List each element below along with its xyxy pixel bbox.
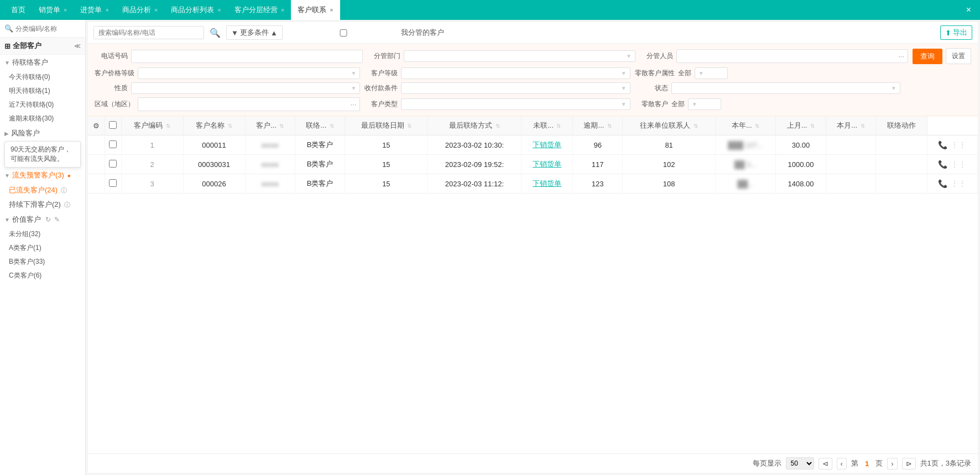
first-page-button[interactable]: ⊲ [819, 458, 832, 469]
risk-tooltip: 90天无交易的客户，可能有流失风险。 [4, 141, 81, 168]
row-checkbox-cell[interactable] [105, 135, 121, 155]
this-year-col-header[interactable]: 本年... ⇅ [715, 116, 775, 135]
row-settings[interactable] [88, 174, 105, 194]
nav-product-analysis[interactable]: 商品分析 × [116, 0, 164, 20]
nav-home[interactable]: 首页 [4, 0, 32, 20]
sidebar-item-churned[interactable]: 已流失客户(24) ⓘ [0, 183, 85, 197]
last-month-col-header[interactable]: 上月... ⇅ [776, 116, 826, 135]
sidebar-item-7days[interactable]: 近7天待联络(0) [0, 98, 85, 112]
sidebar-item-class-c[interactable]: C类客户(6) [0, 269, 85, 283]
customer-table: ⚙ 客户编码 ⇅ 客户名称 ⇅ 客户... ⇅ 联络... ⇅ 最后联络日期 ⇅… [88, 116, 978, 194]
phone-action-icon[interactable]: 📞 [938, 160, 947, 169]
nav-sales-order[interactable]: 销货单 × [32, 0, 74, 20]
row-checkbox-cell[interactable] [105, 174, 121, 194]
cust-type-select[interactable]: ▼ [401, 98, 630, 110]
sidebar-item-overdue[interactable]: 逾期未联络(30) [0, 112, 85, 126]
nav-customer-tier[interactable]: 客户分层经营 × [228, 0, 291, 20]
export-button[interactable]: ⬆ 导出 [940, 25, 972, 40]
sidebar-item-class-a[interactable]: A类客户(1) [0, 241, 85, 255]
more-action-icon[interactable]: ⋮⋮ [951, 160, 966, 169]
sidebar-group-churn-warning[interactable]: ▼ 流失预警客户(3) ● [0, 168, 85, 183]
this-month-col-header[interactable]: 本月... ⇅ [826, 116, 875, 135]
sidebar-all-customers-header[interactable]: ⊞ 全部客户 ≪ [0, 38, 85, 55]
row-checkbox-2[interactable] [109, 179, 117, 187]
last-page-button[interactable]: ⊳ [902, 458, 916, 469]
sidebar-group-risk[interactable]: ▶ 风险客户 [0, 126, 85, 141]
more-action-icon[interactable]: ⋮⋮ [951, 140, 966, 149]
row-code: 00030031 [183, 155, 245, 174]
row-last-contact-method[interactable]: 下销货单 [522, 155, 573, 174]
my-customers-checkbox[interactable]: 我分管的客户 [288, 28, 444, 38]
filter-field-level: 客户等级 ▼ [364, 67, 630, 79]
arrow-right-icon: ▶ [4, 131, 9, 137]
settings-col-header[interactable]: ⚙ [88, 116, 105, 135]
phone-input[interactable] [131, 50, 363, 63]
row-checkbox-cell[interactable] [105, 155, 121, 174]
area-select[interactable]: ··· [138, 97, 360, 111]
more-filter-button[interactable]: ▼ 更多条件 ▲ [226, 25, 283, 40]
row-last-contact-method[interactable]: 下销货单 [522, 135, 573, 155]
contact-col-header[interactable]: 联络... ⇅ [295, 116, 345, 135]
select-all-checkbox[interactable] [109, 121, 117, 129]
more-dots-person[interactable]: ··· [898, 52, 904, 60]
settings-button[interactable]: 设置 [946, 48, 971, 64]
status-select[interactable]: ▼ [671, 82, 900, 94]
edit-icon[interactable]: ✎ [54, 216, 60, 223]
checkbox-col-header[interactable] [105, 116, 121, 135]
person-select[interactable]: ··· [676, 49, 908, 63]
sidebar-search-input[interactable] [15, 25, 86, 33]
nav-customer-contact[interactable]: 客户联系 × [291, 0, 340, 20]
row-this-month [876, 174, 927, 194]
page-size-select[interactable]: 50 100 200 [786, 457, 814, 469]
dept-select[interactable]: ▼ [404, 50, 635, 62]
row-last-contact-method[interactable]: 下销货单 [522, 174, 573, 194]
close-purchase-order-icon[interactable]: × [105, 7, 108, 13]
sidebar-item-class-b[interactable]: B类客户(33) [0, 255, 85, 269]
sidebar-group-pending-contact[interactable]: ▼ 待联络客户 [0, 55, 85, 70]
row-settings[interactable] [88, 155, 105, 174]
more-action-icon[interactable]: ⋮⋮ [951, 179, 966, 188]
search-button[interactable]: 🔍 [210, 28, 221, 38]
sidebar-item-today[interactable]: 今天待联络(0) [0, 70, 85, 84]
more-dots-area[interactable]: ··· [350, 100, 356, 108]
last-contact-date-col-header[interactable]: 最后联络日期 ⇅ [345, 116, 428, 135]
close-customer-contact-icon[interactable]: × [330, 7, 333, 13]
close-window-button[interactable]: × [962, 5, 976, 15]
close-sales-order-icon[interactable]: × [64, 7, 67, 13]
nature-select[interactable]: ▼ [131, 82, 360, 94]
collapse-icon[interactable]: ≪ [74, 43, 81, 50]
row-checkbox-1[interactable] [109, 160, 117, 168]
zero-attr-select[interactable]: ▼ [695, 67, 728, 79]
close-customer-tier-icon[interactable]: × [281, 7, 284, 13]
phone-action-icon[interactable]: 📞 [938, 179, 947, 188]
overdue-col-header[interactable]: 逾期... ⇅ [572, 116, 622, 135]
nav-purchase-order[interactable]: 进货单 × [74, 0, 115, 20]
close-product-analysis-list-icon[interactable]: × [217, 7, 221, 13]
contact-person-col-header[interactable]: 往来单位联系人 ⇅ [623, 116, 716, 135]
sidebar-item-tomorrow[interactable]: 明天待联络(1) [0, 84, 85, 98]
refresh-icon[interactable]: ↻ [45, 216, 51, 223]
filter-field-area: 区域（地区） ··· [95, 97, 360, 111]
level-select[interactable]: ▼ [401, 67, 630, 79]
price-level-select[interactable]: ▼ [138, 67, 360, 79]
last-contact-method-col-header[interactable]: 最后联络方式 ⇅ [428, 116, 522, 135]
nav-product-analysis-list[interactable]: 商品分析列表 × [164, 0, 227, 20]
query-button[interactable]: 查询 [913, 49, 942, 64]
sidebar-group-value[interactable]: ▼ 价值客户 ↻ ✎ [0, 212, 85, 227]
type-col-header[interactable]: 客户... ⇅ [245, 116, 295, 135]
row-settings[interactable] [88, 135, 105, 155]
next-page-button[interactable]: › [887, 458, 897, 469]
uncontacted-col-header[interactable]: 未联... ⇅ [522, 116, 573, 135]
phone-action-icon[interactable]: 📞 [938, 140, 947, 149]
pay-terms-select[interactable]: ▼ [401, 82, 630, 94]
code-col-header[interactable]: 客户编码 ⇅ [121, 116, 183, 135]
row-checkbox-0[interactable] [109, 140, 117, 148]
my-customers-check[interactable] [288, 29, 399, 36]
zero-customer-select[interactable]: ▼ [688, 98, 721, 110]
sidebar-item-declining[interactable]: 持续下滑客户(2) ⓘ [0, 197, 85, 212]
name-col-header[interactable]: 客户名称 ⇅ [183, 116, 245, 135]
search-input[interactable] [93, 26, 204, 39]
close-product-analysis-icon[interactable]: × [154, 7, 158, 13]
sidebar-item-ungrouped[interactable]: 未分组(32) [0, 227, 85, 241]
prev-page-button[interactable]: ‹ [837, 458, 847, 469]
